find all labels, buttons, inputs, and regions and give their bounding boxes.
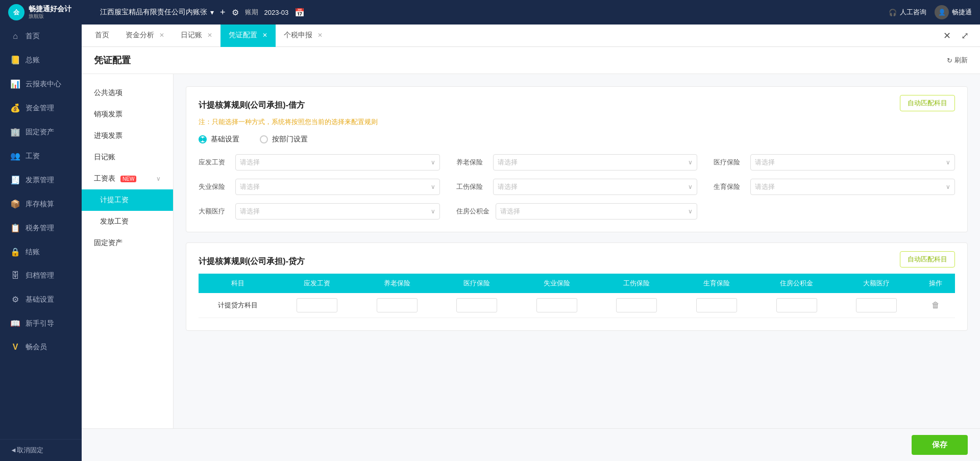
auto-match-debit-btn[interactable]: 自动匹配科目	[900, 95, 955, 111]
injury-select-arrow: ∨	[688, 183, 693, 190]
company-select[interactable]: 江西服宝精品有限责任公司内账张 ▾	[100, 8, 214, 17]
logo-icon: 会	[8, 4, 24, 20]
sidebar-item-archive[interactable]: 🗄 归档管理	[0, 264, 82, 287]
period-value[interactable]: 2023-03	[264, 9, 289, 16]
sidebar-item-guide[interactable]: 📖 新手引导	[0, 311, 82, 335]
page-title: 凭证配置	[94, 54, 131, 66]
calendar-icon[interactable]: 📅	[295, 8, 305, 17]
row-injury[interactable]	[597, 293, 677, 318]
nav-purchase[interactable]: 进项发票	[82, 125, 173, 147]
row-unemployment[interactable]	[517, 293, 597, 318]
credit-medical-input[interactable]	[456, 298, 497, 312]
unemployment-select[interactable]: 请选择 ∨	[235, 179, 440, 195]
save-area: 保存	[82, 428, 980, 461]
sidebar-item-invoice[interactable]: 🧾 发票管理	[0, 168, 82, 192]
sidebar-item-reports[interactable]: 📊 云报表中心	[0, 72, 82, 96]
sidebar-item-assets[interactable]: 🏢 固定资产	[0, 120, 82, 144]
sidebar-item-capital[interactable]: 💰 资金管理	[0, 96, 82, 120]
app-sub: 旗舰版	[29, 13, 71, 20]
cancel-fixed-btn[interactable]: ◄取消固定	[0, 439, 82, 461]
radio-basic[interactable]: 基础设置	[199, 135, 239, 144]
credit-injury-input[interactable]	[616, 298, 657, 312]
refresh-icon: ↻	[947, 57, 952, 64]
maternity-select[interactable]: 请选择 ∨	[750, 179, 955, 195]
sidebar-item-ledger[interactable]: 📒 总账	[0, 48, 82, 72]
settings-icon[interactable]: ⚙	[232, 8, 239, 17]
credit-unemployment-input[interactable]	[536, 298, 577, 312]
nav-sales[interactable]: 销项发票	[82, 104, 173, 125]
tab-capital[interactable]: 资金分析 ✕	[117, 25, 173, 47]
settings-sidebar-icon: ⚙	[10, 295, 20, 304]
th-operation: 操作	[917, 274, 955, 293]
debit-note: 注：只能选择一种方式，系统将按照您当前的选择来配置规则	[199, 117, 955, 127]
row-big-medical[interactable]	[837, 293, 917, 318]
row-maternity[interactable]	[677, 293, 757, 318]
refresh-btn[interactable]: ↻ 刷新	[947, 56, 968, 65]
sidebar-item-inventory[interactable]: 📦 库存核算	[0, 192, 82, 216]
nav-salary-calc[interactable]: 计提工资	[82, 189, 173, 211]
sidebar-item-tax[interactable]: 📋 税务管理	[0, 216, 82, 240]
row-delete[interactable]: 🗑	[917, 293, 955, 318]
credit-pension-input[interactable]	[377, 298, 418, 312]
tab-close-journal[interactable]: ✕	[207, 32, 212, 39]
sidebar-item-home[interactable]: ⌂ 首页	[0, 25, 82, 48]
tab-voucher[interactable]: 凭证配置 ✕	[220, 25, 276, 47]
pension-select[interactable]: 请选择 ∨	[493, 154, 698, 171]
credit-big-medical-input[interactable]	[856, 298, 897, 312]
add-button[interactable]: +	[220, 7, 226, 18]
injury-select[interactable]: 请选择 ∨	[493, 179, 698, 195]
medical-select[interactable]: 请选择 ∨	[750, 154, 955, 171]
sidebar-item-salary[interactable]: 👥 工资	[0, 144, 82, 168]
save-button[interactable]: 保存	[912, 435, 968, 455]
credit-salary-input[interactable]	[297, 298, 337, 312]
radio-dept[interactable]: 按部门设置	[260, 135, 308, 144]
sidebar-item-settings[interactable]: ⚙ 基础设置	[0, 287, 82, 311]
injury-label: 工伤保险	[456, 182, 487, 191]
delete-row-btn[interactable]: 🗑	[932, 301, 940, 309]
credit-table-wrap: 科目 应发工资 养老保险 医疗保险 失业保险 工伤保险 生育保险 住房公积金 大	[199, 274, 955, 318]
housing-select[interactable]: 请选择 ∨	[496, 203, 698, 220]
invoice-icon: 🧾	[10, 175, 20, 185]
field-housing: 住房公积金 请选择 ∨	[456, 203, 698, 220]
user-info[interactable]: 👤 畅捷通	[935, 5, 972, 19]
tab-bar: 首页 资金分析 ✕ 日记账 ✕ 凭证配置 ✕ 个税申报 ✕ ✕ ⤢	[82, 25, 980, 47]
top-right: 🎧 人工咨询 👤 畅捷通	[889, 5, 972, 19]
nav-public[interactable]: 公共选项	[82, 82, 173, 104]
expand-btn[interactable]: ⤢	[959, 28, 971, 43]
radio-group: 基础设置 按部门设置	[199, 135, 955, 144]
row-housing[interactable]	[756, 293, 837, 318]
new-badge: NEW	[120, 176, 136, 182]
left-nav: 公共选项 销项发票 进项发票 日记账 工资表 NEW	[82, 74, 174, 428]
debit-section: 计提核算规则(公司承担)-借方 自动匹配科目 注：只能选择一种方式，系统将按照您…	[186, 86, 968, 232]
big-medical-select[interactable]: 请选择 ∨	[235, 203, 440, 220]
row-pension[interactable]	[357, 293, 437, 318]
close-all-tabs-btn[interactable]: ✕	[941, 28, 953, 43]
nav-salary-table[interactable]: 工资表 NEW ∨	[82, 168, 173, 189]
tab-close-tax[interactable]: ✕	[317, 32, 323, 39]
credit-title: 计提核算规则(公司承担)-贷方	[199, 256, 305, 267]
sidebar-item-vip[interactable]: V 畅会员	[0, 335, 82, 359]
nav-fixed-assets[interactable]: 固定资产	[82, 232, 173, 254]
sidebar-item-closing[interactable]: 🔒 结账	[0, 240, 82, 264]
row-salary[interactable]	[277, 293, 357, 318]
nav-journal[interactable]: 日记账	[82, 147, 173, 168]
tab-home[interactable]: 首页	[87, 25, 117, 47]
period-label: 账期	[245, 8, 258, 17]
tab-close-voucher[interactable]: ✕	[262, 32, 267, 39]
credit-maternity-input[interactable]	[696, 298, 737, 312]
support-btn[interactable]: 🎧 人工咨询	[889, 8, 926, 17]
th-injury: 工伤保险	[597, 274, 677, 293]
auto-match-credit-btn[interactable]: 自动匹配科目	[900, 251, 955, 268]
credit-housing-input[interactable]	[776, 298, 817, 312]
tab-tax[interactable]: 个税申报 ✕	[276, 25, 331, 47]
maternity-select-arrow: ∨	[946, 183, 950, 190]
archive-icon: 🗄	[10, 271, 20, 280]
row-medical[interactable]	[437, 293, 517, 318]
salary-select[interactable]: 请选择 ∨	[235, 154, 440, 171]
th-subject: 科目	[199, 274, 277, 293]
tab-journal[interactable]: 日记账 ✕	[173, 25, 220, 47]
nav-salary-pay[interactable]: 发放工资	[82, 211, 173, 232]
th-maternity: 生育保险	[677, 274, 757, 293]
tab-close-capital[interactable]: ✕	[159, 32, 164, 39]
right-content: 计提核算规则(公司承担)-借方 自动匹配科目 注：只能选择一种方式，系统将按照您…	[174, 74, 980, 428]
